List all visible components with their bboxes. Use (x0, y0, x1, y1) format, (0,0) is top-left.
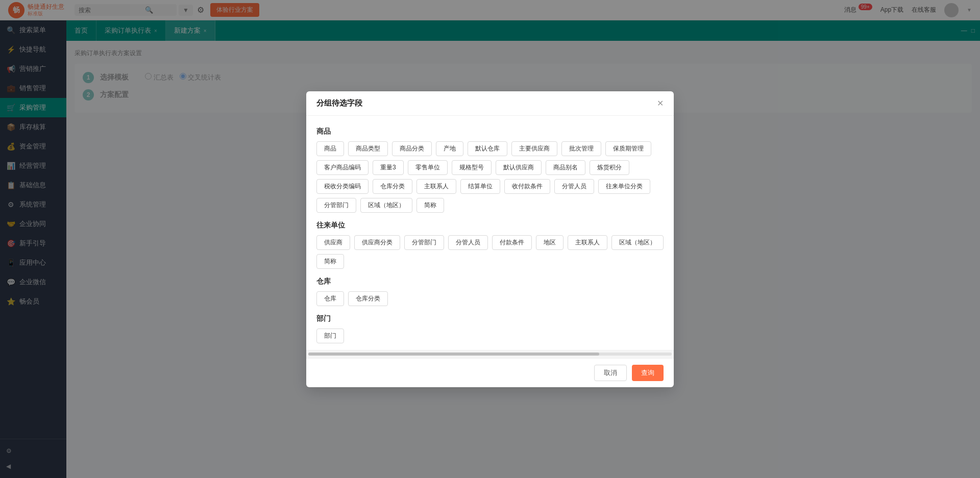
field-tag[interactable]: 默认供应商 (496, 160, 542, 175)
modal-footer: 取消 查询 (306, 358, 674, 387)
field-tag[interactable]: 规格型号 (452, 160, 492, 175)
field-tag[interactable]: 结算单位 (460, 179, 500, 194)
field-tag[interactable]: 产地 (436, 141, 463, 156)
field-tag[interactable]: 付款条件 (492, 235, 532, 250)
field-tag[interactable]: 区域（地区） (611, 235, 664, 250)
field-tag[interactable]: 商品 (316, 141, 344, 156)
field-tag[interactable]: 收付款条件 (504, 179, 550, 194)
field-tag[interactable]: 区域（地区） (360, 198, 412, 213)
field-tags-partner: 供应商 供应商分类 分管部门 分管人员 付款条件 地区 主联系人 区域（地区） … (316, 235, 664, 269)
modal-title: 分组待选字段 (316, 98, 362, 108)
field-tag[interactable]: 零售单位 (408, 160, 448, 175)
modal-close-btn[interactable]: ✕ (657, 98, 664, 108)
field-tag[interactable]: 重量3 (373, 160, 404, 175)
field-tag[interactable]: 分管部门 (316, 198, 356, 213)
field-tag[interactable]: 默认仓库 (468, 141, 507, 156)
confirm-button[interactable]: 查询 (632, 365, 664, 381)
cancel-button[interactable]: 取消 (594, 365, 627, 381)
section-title-product: 商品 (316, 127, 664, 136)
field-tags-warehouse: 仓库 仓库分类 (316, 291, 664, 306)
modal-body: 商品 商品 商品类型 商品分类 产地 默认仓库 主要供应商 批次管理 保质期管理… (306, 116, 674, 350)
field-tag[interactable]: 分管人员 (448, 235, 488, 250)
field-tag[interactable]: 批次管理 (561, 141, 601, 156)
modal-overlay: 分组待选字段 ✕ 商品 商品 商品类型 商品分类 产地 默认仓库 主要供应商 批… (0, 0, 980, 478)
field-tag[interactable]: 供应商 (316, 235, 350, 250)
field-tag[interactable]: 商品分类 (392, 141, 432, 156)
section-title-partner: 往来单位 (316, 221, 664, 230)
field-tag[interactable]: 商品类型 (348, 141, 388, 156)
field-tag[interactable]: 仓库分类 (348, 291, 388, 306)
section-title-warehouse: 仓库 (316, 277, 664, 286)
field-tag[interactable]: 简称 (416, 198, 444, 213)
field-tag[interactable]: 主联系人 (568, 235, 607, 250)
field-tag[interactable]: 主联系人 (416, 179, 456, 194)
field-tag[interactable]: 供应商分类 (354, 235, 400, 250)
field-tag[interactable]: 简称 (316, 254, 344, 269)
modal-scrollbar[interactable] (306, 350, 674, 358)
section-title-department: 部门 (316, 314, 664, 323)
field-tag[interactable]: 税收分类编码 (316, 179, 369, 194)
field-tag[interactable]: 商品别名 (546, 160, 585, 175)
field-tag[interactable]: 往来单位分类 (598, 179, 650, 194)
field-tag[interactable]: 仓库 (316, 291, 344, 306)
field-tag[interactable]: 仓库分类 (373, 179, 412, 194)
field-tag[interactable]: 保质期管理 (605, 141, 651, 156)
field-tags-product: 商品 商品类型 商品分类 产地 默认仓库 主要供应商 批次管理 保质期管理 客户… (316, 141, 664, 213)
modal-header: 分组待选字段 ✕ (306, 91, 674, 116)
field-tag[interactable]: 分管部门 (404, 235, 444, 250)
field-tag[interactable]: 炼货积分 (590, 160, 629, 175)
field-select-modal: 分组待选字段 ✕ 商品 商品 商品类型 商品分类 产地 默认仓库 主要供应商 批… (306, 91, 674, 387)
field-tag[interactable]: 地区 (536, 235, 564, 250)
field-tags-department: 部门 (316, 329, 664, 343)
field-tag[interactable]: 主要供应商 (511, 141, 557, 156)
field-tag[interactable]: 部门 (316, 329, 344, 343)
field-tag[interactable]: 分管人员 (554, 179, 594, 194)
field-tag[interactable]: 客户商品编码 (316, 160, 369, 175)
